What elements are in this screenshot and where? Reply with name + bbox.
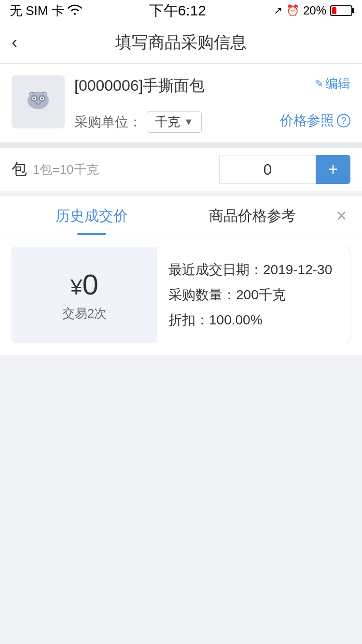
- price-number: 0: [83, 268, 98, 301]
- discount-label: 折扣：: [168, 312, 209, 327]
- battery-fill: [332, 7, 337, 14]
- product-info: [0000006]手撕面包 采购单位： 千克 ▼: [74, 75, 205, 133]
- purchase-qty-value: 200千克: [236, 287, 286, 302]
- unit-selector[interactable]: 千克 ▼: [147, 111, 202, 133]
- location-icon: ↗: [274, 4, 282, 17]
- tab-history-price-label: 历史成交价: [56, 208, 128, 224]
- tab-bar: 历史成交价 商品价格参考 ×: [0, 196, 362, 235]
- quantity-row: 包 1包=10千克 0 +: [0, 148, 362, 191]
- product-unit-row: 采购单位： 千克 ▼: [74, 111, 205, 133]
- purchase-qty-label: 采购数量：: [168, 287, 236, 302]
- edit-button[interactable]: ✎ 编辑: [315, 75, 350, 92]
- quantity-plus-button[interactable]: +: [316, 155, 350, 184]
- recent-date-row: 最近成交日期：2019-12-30: [168, 261, 338, 279]
- status-bar: 无 SIM 卡 下午6:12 ↗ ⏰ 20%: [0, 0, 362, 21]
- tab-product-price-ref-label: 商品价格参考: [209, 208, 296, 224]
- svg-point-0: [28, 92, 49, 109]
- recent-date-value: 2019-12-30: [263, 262, 332, 277]
- status-left: 无 SIM 卡: [10, 2, 82, 19]
- status-time: 下午6:12: [149, 1, 206, 21]
- history-cards-container: ¥0 交易2次 最近成交日期：2019-12-30 采购数量：200千克 折扣：…: [0, 235, 362, 355]
- price-card: ¥0 交易2次 最近成交日期：2019-12-30 采购数量：200千克 折扣：…: [12, 247, 350, 343]
- product-icon: [24, 85, 53, 119]
- tab-section: 历史成交价 商品价格参考 × ¥0 交易2次 最近成交日期：2019-12-30…: [0, 196, 362, 355]
- quantity-input[interactable]: 0: [219, 155, 316, 184]
- recent-date-label: 最近成交日期：: [168, 262, 263, 277]
- page-title: 填写商品采购信息: [115, 31, 247, 54]
- price-card-right: 最近成交日期：2019-12-30 采购数量：200千克 折扣：100.00%: [157, 247, 350, 343]
- svg-point-5: [33, 98, 35, 99]
- quantity-label-group: 包 1包=10千克: [12, 159, 99, 180]
- battery-icon: [330, 5, 352, 16]
- edit-label: 编辑: [325, 75, 350, 92]
- price-yen-symbol: ¥: [70, 275, 82, 299]
- unit-value: 千克: [155, 113, 180, 130]
- price-display: ¥0: [70, 268, 98, 301]
- product-header: [0000006]手撕面包 采购单位： 千克 ▼ ✎ 编辑 价格参照 ?: [12, 75, 350, 133]
- section-divider: [0, 142, 362, 148]
- wifi-icon: [68, 3, 82, 18]
- product-left: [0000006]手撕面包 采购单位： 千克 ▼: [12, 75, 205, 133]
- svg-point-6: [41, 98, 43, 99]
- discount-row: 折扣：100.00%: [168, 311, 338, 329]
- back-button[interactable]: ‹: [12, 32, 17, 53]
- quantity-conversion: 1包=10千克: [33, 161, 99, 178]
- unit-dropdown-icon: ▼: [184, 116, 194, 127]
- nav-bar: ‹ 填写商品采购信息: [0, 21, 362, 64]
- quantity-controls: 0 +: [219, 155, 350, 184]
- main-background: [0, 355, 362, 644]
- price-ref-button[interactable]: 价格参照 ?: [280, 112, 350, 130]
- plus-icon: +: [328, 159, 338, 180]
- carrier-label: 无 SIM 卡: [10, 2, 64, 19]
- product-card: [0000006]手撕面包 采购单位： 千克 ▼ ✎ 编辑 价格参照 ?: [0, 64, 362, 142]
- product-name: [0000006]手撕面包: [74, 75, 205, 97]
- unit-label: 采购单位：: [74, 113, 142, 131]
- product-thumbnail: [12, 75, 65, 128]
- status-right: ↗ ⏰ 20%: [274, 4, 352, 17]
- tab-close-button[interactable]: ×: [333, 206, 350, 226]
- price-card-left: ¥0 交易2次: [12, 247, 157, 343]
- price-ref-label: 价格参照: [280, 112, 334, 130]
- discount-value: 100.00%: [209, 312, 263, 327]
- tab-history-price[interactable]: 历史成交价: [12, 196, 172, 235]
- purchase-qty-row: 采购数量：200千克: [168, 286, 338, 304]
- quantity-unit-label: 包: [12, 159, 27, 180]
- alarm-icon: ⏰: [286, 4, 299, 17]
- help-icon: ?: [337, 114, 350, 127]
- tab-product-price-ref[interactable]: 商品价格参考: [172, 196, 332, 235]
- transaction-count: 交易2次: [62, 305, 107, 322]
- product-actions: ✎ 编辑 价格参照 ?: [280, 75, 350, 130]
- edit-icon: ✎: [315, 78, 323, 90]
- battery-percent: 20%: [303, 4, 326, 17]
